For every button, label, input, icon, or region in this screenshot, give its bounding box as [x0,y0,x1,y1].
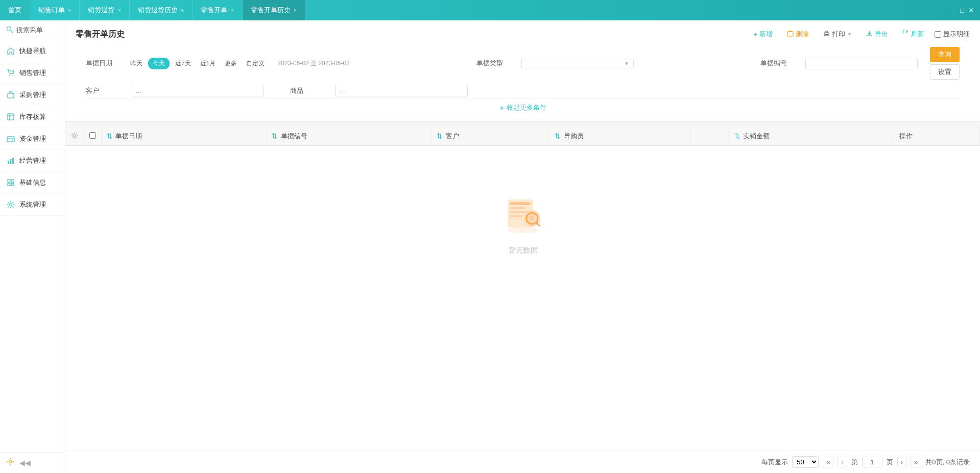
cart-icon [6,68,15,78]
maximize-button[interactable]: □ [960,7,964,14]
date-btn-today[interactable]: 今天 [148,58,170,69]
tab-retail-history[interactable]: 零售开单历史 × [243,0,305,20]
settings-icon [6,200,15,209]
number-filter-label: 单据编号 [760,59,791,68]
tab-home[interactable]: 首页 [0,0,30,20]
print-dropdown-icon[interactable]: ▼ [847,32,852,37]
next-page-button[interactable]: › [897,457,906,467]
th-checkbox[interactable] [84,127,101,146]
sidebar-item-navigation-label: 快捷导航 [19,46,46,56]
tab-retail-open[interactable]: 零售开单 × [193,0,242,20]
svg-rect-6 [7,137,14,142]
sidebar-search-label: 搜索采单 [16,26,43,35]
collapse-icon: ∧ [499,104,505,112]
sidebar-item-purchase[interactable]: 采购管理 [0,84,65,106]
filter-row-1: 单据日期 昨天 今天 近7天 近1月 更多 自定义 2023-06-02 至 2… [86,47,960,80]
minimize-button[interactable]: — [949,7,956,14]
query-button[interactable]: 查询 [930,47,960,62]
print-icon [823,30,830,38]
th-guide-label: 导购员 [564,132,584,140]
th-customer[interactable]: ⇅ 客户 [432,127,549,146]
svg-rect-17 [787,32,793,36]
date-filter-label: 单据日期 [86,59,116,68]
number-filter-input[interactable] [805,58,918,69]
delete-label: 删除 [796,30,809,39]
chart-icon [6,156,15,165]
svg-rect-5 [8,114,14,120]
tab-sales-order-label: 销售订单 [38,6,65,15]
date-filter-buttons: 昨天 今天 近7天 近1月 更多 自定义 [127,58,268,69]
tab-return-close[interactable]: × [117,7,121,13]
product-filter-select[interactable]: … [335,85,468,96]
sidebar-item-finance-label: 资金管理 [19,134,46,143]
tab-home-label: 首页 [8,6,21,15]
svg-point-0 [7,27,11,31]
tab-return-history[interactable]: 销货退货历史 × [130,0,193,20]
th-number[interactable]: ⇅ 单据编号 [266,127,431,146]
th-date[interactable]: ⇅ 单据日期 [101,127,266,146]
sidebar-item-basic[interactable]: 基础信息 [0,172,65,194]
sidebar-item-inventory-label: 库存核算 [19,112,46,121]
settings-button[interactable]: 设置 [930,64,960,80]
box-icon [6,112,15,121]
add-button[interactable]: + 新增 [749,28,777,41]
th-settings[interactable] [65,127,84,146]
show-details-checkbox[interactable] [935,31,941,38]
window-controls: — □ ✕ [943,7,980,14]
delete-button[interactable]: 删除 [783,28,813,41]
export-label: 导出 [875,30,888,39]
refresh-button[interactable]: 刷新 [898,28,928,41]
date-btn-1month[interactable]: 近1月 [197,58,220,69]
content-area: 零售开单历史 + 新增 删除 [65,20,980,473]
tab-return[interactable]: 销货退货 × [80,0,129,20]
date-btn-custom[interactable]: 自定义 [243,58,268,69]
th-guide[interactable]: ⇅ 导购员 [549,127,690,146]
svg-point-16 [9,461,12,463]
export-button[interactable]: 导出 [862,28,892,41]
sidebar-search[interactable]: 搜索采单 [0,20,65,40]
svg-rect-9 [10,159,12,164]
pagination-bar: 每页显示 50 10 20 100 « ‹ 第 页 › » 共0页, 0条记录 [65,451,980,473]
print-button[interactable]: 打印 ▼ [819,28,856,41]
collapse-filter-button[interactable]: ∧ 收起更多条件 [499,101,546,114]
tab-bar: 首页 销售订单 × 销货退货 × 销货退货历史 × 零售开单 × 零售开单历史 … [0,0,943,20]
sidebar-item-navigation[interactable]: 快捷导航 [0,40,65,62]
tab-return-history-close[interactable]: × [181,7,184,13]
collapse-icon[interactable]: ◀◀ [19,459,31,467]
date-btn-yesterday[interactable]: 昨天 [127,58,146,69]
svg-rect-19 [825,34,828,35]
th-amount[interactable]: ⇅ 实销金额 [729,127,894,146]
sidebar-item-inventory[interactable]: 库存核算 [0,106,65,128]
type-filter-select[interactable]: ▼ [521,59,634,68]
tab-sales-order[interactable]: 销售订单 × [30,0,80,20]
date-btn-more[interactable]: 更多 [221,58,241,69]
sidebar-item-finance[interactable]: 资金管理 [0,128,65,150]
page-label: 第 [851,458,858,467]
per-page-select[interactable]: 50 10 20 100 [792,456,819,468]
sidebar-item-operations[interactable]: 经营管理 [0,150,65,172]
page-input[interactable] [862,457,882,467]
show-details[interactable]: 显示明细 [935,30,970,39]
customer-filter-label: 客户 [86,86,116,95]
sidebar: 搜索采单 快捷导航 销售管理 采购管理 库存核算 [0,20,65,473]
svg-point-15 [10,204,12,206]
close-button[interactable]: ✕ [968,7,974,14]
date-btn-7days[interactable]: 近7天 [172,58,195,69]
first-page-button[interactable]: « [823,457,833,467]
tab-retail-open-close[interactable]: × [230,7,233,13]
tab-retail-history-close[interactable]: × [294,7,297,13]
last-page-button[interactable]: » [911,457,921,467]
search-icon [6,26,13,35]
sidebar-item-sales[interactable]: 销售管理 [0,62,65,84]
select-all-checkbox[interactable] [89,132,96,139]
svg-rect-26 [510,215,523,217]
gear-icon[interactable] [6,458,14,468]
svg-rect-10 [12,158,14,164]
prev-page-button[interactable]: ‹ [838,457,847,467]
svg-point-30 [530,216,534,220]
th-number-sort-icon: ⇅ [272,132,277,140]
sidebar-item-system[interactable]: 系统管理 [0,194,65,216]
svg-line-1 [11,31,13,33]
customer-filter-select[interactable]: … [131,85,264,96]
tab-sales-order-close[interactable]: × [68,7,71,13]
